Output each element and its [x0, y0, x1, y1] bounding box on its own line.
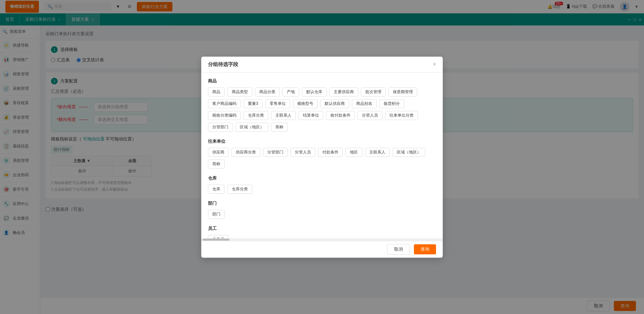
field-select-modal: 分组待选字段 × 商品 商品 商品类型 商品分类 产地 默认仓库 主要供应商 批… [201, 57, 443, 258]
field-tag[interactable]: 仓库分类 [244, 111, 268, 120]
field-tag[interactable]: 规格型号 [293, 99, 318, 108]
field-tag[interactable]: 区域（地区） [392, 148, 425, 157]
field-tag[interactable]: 仓库分类 [227, 185, 252, 194]
section-goods: 商品 商品 商品类型 商品分类 产地 默认仓库 主要供应商 批次管理 保质期管理… [208, 78, 436, 132]
field-tag[interactable]: 往来单位分类 [385, 111, 418, 120]
field-tag[interactable]: 客户商品编码 [208, 99, 241, 108]
section-employee-title: 员工 [208, 226, 436, 232]
modal-footer: 取消 查询 [201, 241, 443, 258]
field-tag[interactable]: 部门 [208, 210, 225, 219]
field-tag[interactable]: 简称 [208, 160, 225, 169]
field-tag[interactable]: 付款条件 [318, 148, 343, 157]
field-tag[interactable]: 主联系人 [271, 111, 296, 120]
field-tag[interactable]: 供应商 [208, 148, 229, 157]
section-warehouse-title: 仓库 [208, 175, 436, 181]
modal-title: 分组待选字段 [208, 61, 238, 68]
field-tag[interactable]: 产地 [282, 87, 299, 97]
employee-field-tags: 业务员 [208, 235, 436, 238]
field-tag[interactable]: 商品 [208, 87, 225, 97]
field-tag[interactable]: 简称 [271, 123, 288, 132]
field-tag[interactable]: 地区 [345, 148, 362, 157]
field-tag[interactable]: 重量3 [244, 99, 263, 108]
department-field-tags: 部门 [208, 210, 436, 219]
field-tag[interactable]: 收付款条件 [326, 111, 355, 120]
field-tag[interactable]: 分管部门 [263, 148, 288, 157]
modal-horizontal-scrollbar[interactable] [201, 238, 443, 241]
section-warehouse: 仓库 仓库 仓库分类 [208, 175, 436, 194]
partner-field-tags: 供应商 供应商分类 分管部门 分管人员 付款条件 地区 主联系人 区域（地区） … [208, 148, 436, 169]
field-tag[interactable]: 默认仓库 [302, 87, 327, 97]
modal-cancel-button[interactable]: 取消 [387, 244, 410, 255]
field-tag[interactable]: 结算单位 [299, 111, 323, 120]
section-partner-title: 往来单位 [208, 138, 436, 144]
section-goods-title: 商品 [208, 78, 436, 84]
modal-header: 分组待选字段 × [201, 57, 443, 73]
field-tag[interactable]: 区域（地区） [235, 123, 268, 132]
modal-body: 商品 商品 商品类型 商品分类 产地 默认仓库 主要供应商 批次管理 保质期管理… [201, 73, 443, 238]
modal-confirm-button[interactable]: 查询 [414, 244, 436, 254]
field-tag[interactable]: 零售单位 [265, 99, 290, 108]
field-tag[interactable]: 供应商分类 [231, 148, 260, 157]
field-tag[interactable]: 默认供应商 [320, 99, 349, 108]
goods-field-tags: 商品 商品类型 商品分类 产地 默认仓库 主要供应商 批次管理 保质期管理 客户… [208, 87, 436, 132]
field-tag[interactable]: 分管人员 [290, 148, 315, 157]
field-tag[interactable]: 主联系人 [365, 148, 390, 157]
field-tag[interactable]: 仓库 [208, 185, 225, 194]
field-tag[interactable]: 炼货积分 [379, 99, 404, 108]
scrollbar-thumb [203, 239, 229, 241]
section-employee: 员工 业务员 [208, 226, 436, 238]
field-tag[interactable]: 商品类型 [227, 87, 252, 97]
warehouse-field-tags: 仓库 仓库分类 [208, 185, 436, 194]
field-tag[interactable]: 保质期管理 [388, 87, 417, 97]
field-tag[interactable]: 批次管理 [361, 87, 386, 97]
modal-close-button[interactable]: × [433, 62, 436, 67]
field-tag[interactable]: 税收分类编码 [208, 111, 241, 120]
modal-overlay[interactable]: 分组待选字段 × 商品 商品 商品类型 商品分类 产地 默认仓库 主要供应商 批… [0, 0, 644, 314]
field-tag[interactable]: 主要供应商 [329, 87, 358, 97]
section-partner: 往来单位 供应商 供应商分类 分管部门 分管人员 付款条件 地区 主联系人 区域… [208, 138, 436, 169]
field-tag[interactable]: 分管部门 [208, 123, 233, 132]
field-tag[interactable]: 商品别名 [352, 99, 377, 108]
field-tag[interactable]: 业务员 [208, 235, 229, 238]
section-department-title: 部门 [208, 200, 436, 206]
field-tag[interactable]: 分管人员 [358, 111, 382, 120]
field-tag[interactable]: 商品分类 [255, 87, 280, 97]
section-department: 部门 部门 [208, 200, 436, 219]
